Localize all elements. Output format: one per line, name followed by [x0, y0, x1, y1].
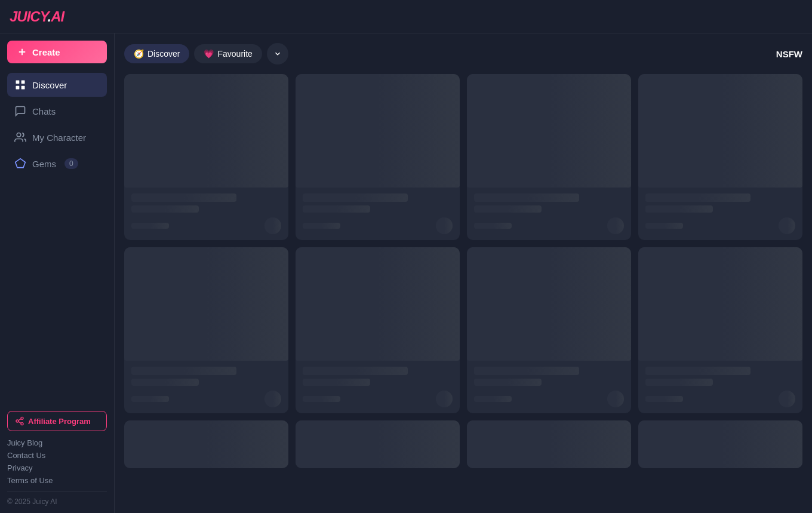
- skeleton-tag: [303, 396, 340, 402]
- dropdown-button[interactable]: [267, 43, 288, 64]
- sidebar: Create Discover Chats: [0, 33, 115, 513]
- affiliate-button[interactable]: Affiliate Program: [7, 411, 107, 431]
- create-button[interactable]: Create: [7, 41, 107, 63]
- svg-line-11: [19, 422, 21, 423]
- plus-icon: [17, 47, 27, 57]
- card-info: [638, 188, 802, 240]
- card[interactable]: [296, 74, 460, 240]
- skeleton-title: [474, 193, 579, 202]
- card[interactable]: [296, 420, 460, 468]
- skeleton-subtitle: [303, 205, 370, 213]
- main-layout: Create Discover Chats: [0, 33, 812, 513]
- svg-rect-5: [21, 86, 25, 90]
- card-image-skeleton: [467, 420, 631, 468]
- chat-icon: [14, 105, 26, 117]
- skeleton-title: [474, 367, 579, 375]
- card-image-skeleton: [638, 247, 802, 361]
- svg-point-6: [17, 133, 21, 137]
- card-image-skeleton: [124, 247, 288, 361]
- svg-line-12: [19, 419, 21, 420]
- card[interactable]: [638, 74, 802, 240]
- card-meta: [474, 217, 624, 234]
- affiliate-icon: [15, 416, 24, 426]
- card-meta: [303, 391, 453, 407]
- skeleton-subtitle: [474, 379, 542, 386]
- create-label: Create: [32, 47, 60, 57]
- card-info: [296, 361, 460, 413]
- skeleton-title: [645, 367, 751, 375]
- top-bar: 🧭 Discover 💗 Favourite NSFW: [124, 43, 802, 64]
- skeleton-title: [645, 193, 751, 202]
- logo-text: JUICY.AI: [10, 8, 64, 25]
- skeleton-title: [131, 193, 236, 202]
- card-image-skeleton: [638, 420, 802, 468]
- logo: JUICY.AI: [10, 8, 64, 25]
- content-area: 🧭 Discover 💗 Favourite NSFW: [115, 33, 812, 513]
- copyright: © 2025 Juicy AI: [7, 491, 107, 506]
- skeleton-subtitle: [645, 205, 713, 213]
- skeleton-tag: [645, 396, 683, 402]
- card[interactable]: [124, 74, 288, 240]
- svg-marker-7: [16, 159, 26, 168]
- skeleton-subtitle: [131, 379, 199, 386]
- sidebar-item-gems[interactable]: Gems 0: [7, 152, 107, 176]
- footer-link-privacy[interactable]: Privacy: [7, 463, 107, 472]
- skeleton-subtitle: [131, 205, 199, 213]
- gems-badge: 0: [64, 158, 78, 169]
- card-image-skeleton: [296, 74, 460, 188]
- nsfw-label: NSFW: [776, 49, 802, 59]
- tab-discover[interactable]: 🧭 Discover: [124, 44, 189, 63]
- sidebar-item-label: My Character: [32, 133, 86, 143]
- skeleton-title: [131, 367, 236, 375]
- affiliate-label: Affiliate Program: [28, 417, 91, 426]
- card-image-skeleton: [467, 247, 631, 361]
- skeleton-tag: [303, 223, 340, 229]
- footer-links: Juicy Blog Contact Us Privacy Terms of U…: [7, 438, 107, 485]
- footer-link-blog[interactable]: Juicy Blog: [7, 438, 107, 447]
- skeleton-avatar: [436, 391, 453, 407]
- sidebar-item-label: Gems: [32, 159, 56, 169]
- tab-favourite[interactable]: 💗 Favourite: [194, 44, 262, 63]
- skeleton-subtitle: [474, 205, 542, 213]
- card[interactable]: [124, 420, 288, 468]
- card[interactable]: [467, 74, 631, 240]
- footer-link-terms[interactable]: Terms of Use: [7, 476, 107, 485]
- skeleton-tag: [131, 223, 169, 229]
- card[interactable]: [467, 247, 631, 413]
- gem-icon: [14, 158, 26, 170]
- skeleton-tag: [645, 223, 683, 229]
- card-meta: [645, 217, 795, 234]
- card-meta: [474, 391, 624, 407]
- card-info: [638, 361, 802, 413]
- card-meta: [645, 391, 795, 407]
- card-info: [124, 188, 288, 240]
- card[interactable]: [638, 420, 802, 468]
- card[interactable]: [638, 247, 802, 413]
- card-info: [467, 188, 631, 240]
- nav-items: Discover Chats My Character: [7, 73, 107, 401]
- sidebar-item-chats[interactable]: Chats: [7, 99, 107, 123]
- card-info: [124, 361, 288, 413]
- skeleton-tag: [131, 396, 169, 402]
- skeleton-subtitle: [645, 379, 713, 386]
- card-image-skeleton: [124, 420, 288, 468]
- svg-point-8: [21, 417, 23, 419]
- sidebar-item-label: Chats: [32, 106, 56, 116]
- skeleton-avatar: [779, 391, 795, 407]
- footer-link-contact[interactable]: Contact Us: [7, 451, 107, 460]
- card[interactable]: [296, 247, 460, 413]
- sidebar-item-discover[interactable]: Discover: [7, 73, 107, 97]
- discover-emoji: 🧭: [134, 49, 144, 59]
- card[interactable]: [124, 247, 288, 413]
- skeleton-avatar: [607, 391, 624, 407]
- favourite-emoji: 💗: [204, 49, 214, 59]
- card-image-skeleton: [124, 74, 288, 188]
- skeleton-avatar: [264, 217, 281, 234]
- skeleton-avatar: [607, 217, 624, 234]
- card[interactable]: [467, 420, 631, 468]
- skeleton-tag: [474, 396, 512, 402]
- card-image-skeleton: [296, 247, 460, 361]
- sidebar-item-my-character[interactable]: My Character: [7, 125, 107, 149]
- svg-rect-3: [21, 81, 25, 84]
- card-info: [296, 188, 460, 240]
